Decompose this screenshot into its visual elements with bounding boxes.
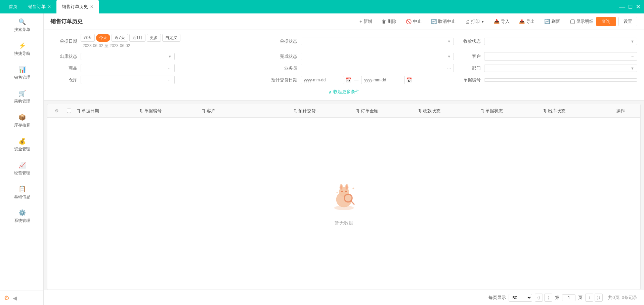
th-customer[interactable]: ⇅ 客户 (200, 108, 292, 114)
customer-input[interactable]: ··· (484, 52, 637, 61)
sidebar-item-search-menu-label: 搜索菜单 (14, 27, 30, 33)
sidebar-item-purchase-mgmt[interactable]: 🛒 采购管理 (0, 85, 43, 109)
cancel-stop-button[interactable]: 🔄 取消中止 (428, 17, 459, 26)
tab-sales-order-close[interactable]: ✕ (48, 4, 51, 9)
sidebar-item-search-menu[interactable]: 🔍 搜索菜单 (0, 13, 43, 37)
tab-home-label: 首页 (9, 4, 17, 10)
import-button[interactable]: 📥 导入 (490, 17, 513, 26)
complete-status-label: 完成状态 (270, 53, 301, 60)
query-button[interactable]: 查询 (596, 17, 616, 26)
date-shortcuts: 昨天 今天 近7天 近1月 更多 自定义 (81, 34, 180, 42)
sidebar-collapse-icon[interactable]: ◀ (13, 295, 17, 301)
toolbar: + 新增 🗑 删除 🚫 中止 🔄 取消中止 🖨 打印 (356, 17, 637, 26)
quick-nav-icon: ⚡ (18, 42, 26, 49)
sort-icon-amount: ⇅ (356, 108, 360, 113)
tab-sales-order-history[interactable]: 销售订单历史 ✕ (56, 0, 99, 13)
warehouse-input[interactable]: ··· (81, 76, 175, 84)
current-page-input[interactable] (562, 294, 575, 301)
th-expected-delivery[interactable]: ⇅ 预计交货... (292, 108, 354, 114)
th-number-label: 单据编号 (144, 108, 162, 114)
last-page-btn[interactable]: ⟩⟩ (595, 294, 603, 302)
next-page-btn[interactable]: ⟩ (585, 294, 593, 302)
maximize-icon[interactable]: □ (629, 3, 632, 10)
new-button[interactable]: + 新增 (356, 17, 376, 26)
expected-delivery-start[interactable] (301, 76, 344, 84)
select-all-checkbox[interactable] (67, 109, 71, 113)
delete-button[interactable]: 🗑 删除 (378, 17, 400, 26)
th-bill-status[interactable]: ⇅ 单据状态 (479, 108, 541, 114)
complete-status-select[interactable]: ▼ (301, 53, 454, 60)
svg-line-10 (351, 201, 354, 204)
date-range-text: 2023-06-02 至 2023-06-02 (83, 43, 180, 49)
sidebar: 🔍 搜索菜单 ⚡ 快捷导航 📊 销售管理 🛒 采购管理 📦 库存核算 💰 资金管… (0, 13, 44, 305)
th-date[interactable]: ⇅ 单据日期 (75, 108, 137, 114)
th-receipt-status[interactable]: ⇅ 收款状态 (416, 108, 479, 114)
th-amount-label: 订单金额 (361, 108, 378, 114)
toolbar-divider (567, 18, 567, 25)
show-detail-checkbox[interactable] (570, 20, 575, 24)
svg-point-7 (341, 190, 343, 192)
window-controls: — □ ✕ (619, 3, 641, 10)
sidebar-settings-icon[interactable]: ⚙ (4, 294, 9, 302)
th-number[interactable]: ⇅ 单据编号 (137, 108, 200, 114)
stop-button[interactable]: 🚫 中止 (402, 17, 425, 26)
print-button[interactable]: 🖨 打印 ▼ (462, 17, 488, 26)
tab-sales-order[interactable]: 销售订单 ✕ (23, 0, 56, 13)
sidebar-item-system-mgmt[interactable]: ⚙️ 系统管理 (0, 204, 43, 228)
date-filter-group: 昨天 今天 近7天 近1月 更多 自定义 2023-06-02 至 2023-0… (81, 34, 180, 49)
sort-icon-receipt-status: ⇅ (418, 108, 422, 113)
sidebar-item-quick-nav[interactable]: ⚡ 快捷导航 (0, 37, 43, 61)
show-detail-label: 显示明细 (576, 18, 594, 25)
empty-state: ✦ ✦ 暂无数据 (47, 118, 640, 290)
table-settings-icon[interactable]: ⚙ (51, 108, 63, 113)
tab-sales-order-history-label: 销售订单历史 (62, 4, 88, 10)
minimize-icon[interactable]: — (619, 3, 625, 10)
cancel-stop-icon: 🔄 (431, 19, 437, 24)
tab-sales-order-history-close[interactable]: ✕ (90, 4, 93, 9)
yesterday-btn[interactable]: 昨天 (81, 34, 95, 42)
department-select[interactable]: ▼ (484, 65, 637, 72)
print-arrow-icon: ▼ (481, 20, 484, 24)
new-icon: + (359, 19, 362, 24)
first-page-btn[interactable]: ⟨⟨ (535, 294, 543, 302)
sidebar-item-operation-mgmt[interactable]: 📈 经营管理 (0, 157, 43, 181)
tab-home[interactable]: 首页 (3, 0, 23, 13)
bill-status-select[interactable]: ▼ (301, 38, 454, 45)
th-amount[interactable]: ⇅ 订单金额 (354, 108, 417, 114)
table-select-all-cell (63, 109, 75, 113)
bill-number-input[interactable] (484, 78, 637, 82)
salesperson-input[interactable]: ··· (301, 64, 454, 72)
th-warehouse-status[interactable]: ⇅ 出库状态 (541, 108, 604, 114)
sidebar-item-sales-mgmt[interactable]: 📊 销售管理 (0, 61, 43, 85)
export-button[interactable]: 📤 导出 (516, 17, 538, 26)
expected-delivery-end[interactable] (361, 76, 405, 84)
setting-button[interactable]: 设置 (618, 17, 637, 26)
th-customer-label: 客户 (207, 108, 215, 114)
last7-btn[interactable]: 近7天 (112, 34, 128, 42)
today-btn[interactable]: 今天 (96, 34, 110, 42)
last1month-btn[interactable]: 近1月 (129, 34, 146, 42)
tab-sales-order-label: 销售订单 (28, 4, 46, 10)
collapse-button[interactable]: ∧ 收起更多条件 (50, 87, 637, 96)
custom-btn[interactable]: 自定义 (162, 34, 180, 42)
sidebar-item-finance-mgmt[interactable]: 💰 资金管理 (0, 133, 43, 157)
filter-col-expected-delivery: 预计交货日期 📅 — 📅 (270, 76, 454, 84)
show-detail-toggle[interactable]: 显示明细 (570, 18, 594, 25)
product-input[interactable]: ··· (81, 64, 175, 72)
filter-col-warehouse-status: 出库状态 ▼ (50, 53, 270, 60)
operation-mgmt-icon: 📈 (18, 161, 26, 169)
warehouse-status-select[interactable]: ▼ (81, 53, 175, 60)
receipt-status-select[interactable]: ▼ (484, 38, 637, 45)
sidebar-item-inventory[interactable]: 📦 库存核算 (0, 109, 43, 133)
more-btn[interactable]: 更多 (147, 34, 161, 42)
close-window-icon[interactable]: ✕ (636, 3, 641, 10)
sales-mgmt-icon: 📊 (18, 66, 26, 73)
refresh-button[interactable]: 🔄 刷新 (541, 17, 563, 26)
prev-page-btn[interactable]: ⟨ (544, 294, 552, 302)
cancel-stop-label: 取消中止 (438, 18, 456, 25)
sidebar-bottom: ⚙ ◀ (0, 291, 43, 305)
sidebar-item-basic-info[interactable]: 📋 基础信息 (0, 181, 43, 204)
main-layout: 🔍 搜索菜单 ⚡ 快捷导航 📊 销售管理 🛒 采购管理 📦 库存核算 💰 资金管… (0, 13, 644, 305)
page-size-select[interactable]: 50 20 100 200 (509, 294, 532, 302)
export-label: 导出 (526, 18, 535, 25)
